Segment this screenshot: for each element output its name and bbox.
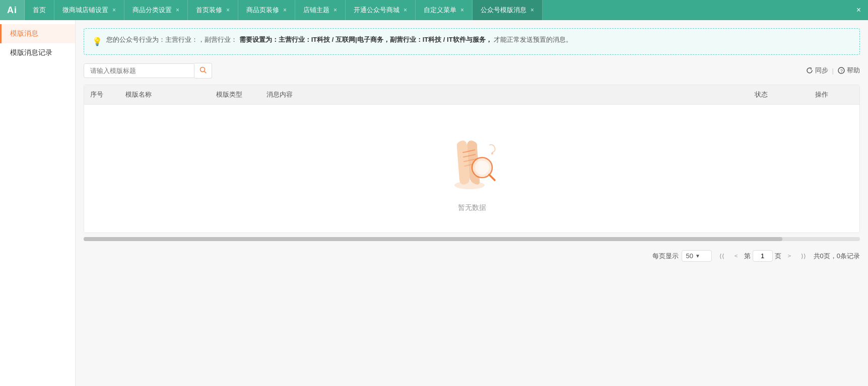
svg-line-11 <box>489 175 495 180</box>
close-open-mall[interactable]: × <box>404 7 407 14</box>
tab-bar: Ai 首页 微商城店铺设置 × 商品分类设置 × 首页装修 × 商品页装修 × … <box>0 0 868 20</box>
tab-product-page[interactable]: 商品页装修 × <box>238 0 295 20</box>
scroll-thumb[interactable] <box>84 237 782 241</box>
svg-point-4 <box>454 181 485 189</box>
tab-shop-theme[interactable]: 店铺主题 × <box>295 0 346 20</box>
col-name: 模版名称 <box>119 85 210 105</box>
search-button[interactable] <box>194 63 212 79</box>
help-button[interactable]: ? 帮助 <box>838 66 860 75</box>
tab-custom-menu[interactable]: 自定义菜单 × <box>416 0 473 20</box>
close-homepage[interactable]: × <box>226 7 230 14</box>
close-custom-menu[interactable]: × <box>460 7 464 14</box>
data-table-wrapper: 序号 模版名称 模版类型 消息内容 状态 操作 <box>84 85 860 233</box>
tab-home[interactable]: 首页 <box>25 0 54 20</box>
tab-category[interactable]: 商品分类设置 × <box>124 0 188 20</box>
main-layout: 模版消息 模版消息记录 💡 您的公众号行业为：主营行业：，副营行业： 需要设置为… <box>0 20 868 386</box>
table-header-row: 序号 模版名称 模版类型 消息内容 状态 操作 <box>84 85 859 105</box>
svg-line-1 <box>205 71 207 73</box>
svg-text:?: ? <box>840 68 843 73</box>
col-action: 操作 <box>809 85 859 105</box>
help-icon: ? <box>838 67 845 74</box>
search-bar: 同步 | ? 帮助 <box>84 63 860 79</box>
first-page-button[interactable]: ⟨⟨ <box>716 250 728 262</box>
close-all-tabs[interactable]: × <box>849 6 868 15</box>
logo-tab: Ai <box>0 0 25 20</box>
last-page-button[interactable]: ⟩⟩ <box>797 250 810 262</box>
scroll-track[interactable] <box>84 237 860 241</box>
chevron-down-icon: ▼ <box>695 253 700 259</box>
col-type: 模版类型 <box>210 85 260 105</box>
search-icon <box>199 66 207 73</box>
page-nav: ⟨⟨ ＜ 第 页 ＞ ⟩⟩ <box>716 250 810 262</box>
close-shop-theme[interactable]: × <box>333 7 337 14</box>
empty-state: 暂无数据 <box>84 105 859 233</box>
col-content: 消息内容 <box>260 85 749 105</box>
total-info: 共0页，0条记录 <box>814 252 860 261</box>
close-category[interactable]: × <box>176 7 179 14</box>
content-area: 💡 您的公众号行业为：主营行业：，副营行业： 需要设置为：主营行业：IT科技 /… <box>76 20 868 386</box>
sync-icon <box>806 67 813 74</box>
tab-template-msg[interactable]: 公众号模版消息 × <box>473 0 543 20</box>
search-right: 同步 | ? 帮助 <box>806 66 860 75</box>
prev-page-button[interactable]: ＜ <box>730 250 742 262</box>
empty-text: 暂无数据 <box>458 203 486 212</box>
table-body: 暂无数据 <box>84 104 859 233</box>
sidebar-item-template-log[interactable]: 模版消息记录 <box>0 43 75 62</box>
svg-point-10 <box>475 161 489 175</box>
empty-illustration <box>442 135 502 195</box>
data-table: 序号 模版名称 模版类型 消息内容 状态 操作 <box>84 85 859 233</box>
notice-icon: 💡 <box>92 35 102 48</box>
sidebar: 模版消息 模版消息记录 <box>0 20 76 386</box>
page-input[interactable] <box>753 250 773 262</box>
close-template-msg[interactable]: × <box>530 7 534 14</box>
svg-point-12 <box>491 152 493 155</box>
search-input[interactable] <box>84 63 194 78</box>
next-page-button[interactable]: ＞ <box>783 250 795 262</box>
search-left <box>84 63 212 79</box>
col-seq: 序号 <box>84 85 119 105</box>
sidebar-item-template-msg[interactable]: 模版消息 <box>0 24 75 43</box>
col-status: 状态 <box>749 85 809 105</box>
tab-wechat-shop[interactable]: 微商城店铺设置 × <box>54 0 124 20</box>
notice-box: 💡 您的公众号行业为：主营行业：，副营行业： 需要设置为：主营行业：IT科技 /… <box>84 28 860 55</box>
close-product-page[interactable]: × <box>283 7 287 14</box>
pagination: 每页显示 50 ▼ ⟨⟨ ＜ 第 页 ＞ ⟩⟩ 共0页，0条记录 <box>84 245 860 267</box>
empty-row: 暂无数据 <box>84 104 859 233</box>
page-size-selector: 每页显示 50 ▼ <box>652 250 712 262</box>
tab-open-mall[interactable]: 开通公众号商城 × <box>346 0 416 20</box>
divider: | <box>832 67 834 74</box>
page-size-dropdown[interactable]: 50 ▼ <box>682 250 712 262</box>
tab-homepage[interactable]: 首页装修 × <box>188 0 238 20</box>
sync-button[interactable]: 同步 <box>806 66 828 75</box>
close-wechat-shop[interactable]: × <box>112 7 116 14</box>
